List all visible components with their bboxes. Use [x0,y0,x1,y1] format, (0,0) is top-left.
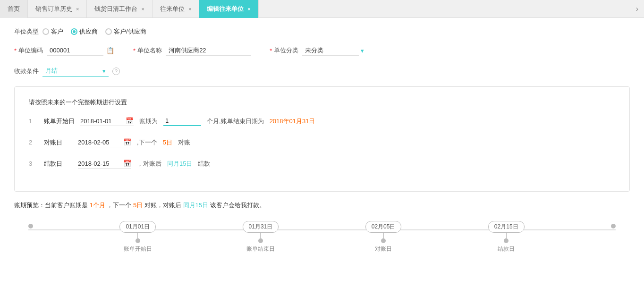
radio-both[interactable]: 客户/供应商 [105,27,146,36]
payment-condition-row: 收款条件 月结 ▾ ? [14,65,630,77]
end-dot [611,224,616,228]
radio-supplier-circle [71,28,77,35]
timeline-point-2: 01月31日 账单结束日 [243,221,279,253]
unit-name-star: * [133,47,136,54]
preview-part3: 5日 [133,202,143,209]
panel-title: 请按照未来的一个完整帐期进行设置 [29,98,615,107]
unit-code-input[interactable] [47,45,103,56]
timeline-dot-4 [504,238,508,243]
radio-supplier-label: 供应商 [79,27,98,36]
timeline-label-4: 结款日 [498,245,515,253]
step-1-desc-suffix: 个月,账单结束日期为 [207,117,264,126]
timeline-badge-2: 01月31日 [243,221,279,233]
unit-name-label: 单位名称 [137,46,162,55]
step-2-num: 2 [29,139,38,146]
tab-bar: 首页 销售订单历史 × 钱货日清工作台 × 往来单位 × 编辑往来单位 × › [0,0,644,18]
unit-code-group: * 单位编码 📋 [14,45,114,56]
step-2-label: 对账日 [44,138,72,147]
start-date-calendar-icon[interactable]: 📅 [126,117,134,125]
timeline-badge-4: 02月15日 [488,221,525,233]
radio-supplier[interactable]: 供应商 [71,27,98,36]
timeline-end-dot-wrap [611,221,616,228]
step-3-highlight: 同月15日 [167,160,192,168]
period-input[interactable] [163,116,201,126]
timeline-tick-2 [260,233,261,238]
timeline-dot-3 [381,238,386,243]
timeline-tick-3 [383,233,384,238]
reconcile-date-calendar-icon[interactable]: 📅 [123,138,131,146]
timeline-point-1: 01月01日 账单开始日 [119,221,156,253]
tab-edit-partner[interactable]: 编辑往来单位 × [199,0,258,18]
timeline-label-3: 对账日 [375,245,392,253]
close-cash-work-icon[interactable]: × [141,6,144,12]
timeline-point-4: 02月15日 结款日 [488,221,525,253]
radio-both-circle [105,28,112,35]
settings-panel: 请按照未来的一个完整帐期进行设置 1 账单开始日 📅 账期为 个月,账单结束日期… [14,86,630,192]
close-partner-icon[interactable]: × [188,6,191,12]
radio-customer-label: 客户 [51,27,63,36]
step-1-label: 账单开始日 [44,117,75,126]
unit-details-row: * 单位编码 📋 * 单位名称 * 单位分类 ▾ [14,45,630,56]
reconcile-date-input[interactable] [78,139,120,146]
payment-condition-select[interactable]: 月结 ▾ [42,65,109,77]
start-date-wrap: 📅 [80,116,134,126]
main-content: 单位类型 客户 供应商 客户/供应商 * 单位编码 📋 * 单位名称 [0,18,644,287]
unit-category-group: * 单位分类 ▾ [270,45,364,56]
preview-part6: 该客户会给我打款。 [210,202,265,209]
unit-name-input[interactable] [166,45,251,56]
timeline-label-2: 账单结束日 [246,245,275,253]
payment-date-wrap: 📅 [78,159,131,169]
timeline-badge-1: 01月01日 [119,221,156,233]
unit-category-input[interactable] [302,45,359,56]
preview-section: 账期预览：当前客户账期是 1个月 ，下一个 5日 对账，对账后 同月15日 该客… [14,201,630,210]
timeline-dot-1 [136,238,140,243]
radio-both-label: 客户/供应商 [114,27,146,36]
start-date-input[interactable] [80,118,123,125]
radio-group-unit-type: 客户 供应商 客户/供应商 [42,27,146,36]
preview-part5: 同月15日 [183,202,208,209]
step-3-desc-prefix: ，对账后 [137,160,161,168]
tab-partner[interactable]: 往来单位 × [153,0,199,18]
step-2-highlight: 5日 [163,138,172,147]
timeline-point-3: 02月05日 对账日 [365,221,402,253]
timeline-points: 01月01日 账单开始日 01月31日 账单结束日 02月05日 对账日 02月… [28,221,616,253]
question-icon[interactable]: ? [112,68,120,75]
timeline-dot-2 [258,238,263,243]
setting-row-2: 2 对账日 📅 ,下一个 5日 对账 [29,137,615,147]
step-1-end-date: 2018年01月31日 [270,117,315,126]
unit-category-dropdown-icon[interactable]: ▾ [361,47,364,54]
setting-row-3: 3 结款日 📅 ，对账后 同月15日 结款 [29,159,615,169]
payment-condition-label: 收款条件 [14,67,39,76]
close-sales-history-icon[interactable]: × [76,6,79,12]
timeline-badge-3: 02月05日 [365,221,402,233]
timeline-container: 01月01日 账单开始日 01月31日 账单结束日 02月05日 对账日 02月… [14,221,630,253]
reconcile-date-wrap: 📅 [78,137,131,147]
tab-more-icon[interactable]: › [630,5,644,13]
timeline-start-dot [28,221,33,228]
close-edit-partner-icon[interactable]: × [247,6,250,12]
unit-type-row: 单位类型 客户 供应商 客户/供应商 [14,27,630,36]
radio-customer[interactable]: 客户 [42,27,63,36]
payment-condition-value: 月结 [45,67,101,75]
step-2-desc-suffix: 对账 [178,138,190,147]
tab-home[interactable]: 首页 [0,0,28,18]
tab-cash-work[interactable]: 钱货日清工作台 × [87,0,152,18]
preview-part4: 对账，对账后 [144,202,181,209]
step-1-num: 1 [29,118,38,125]
step-1-desc-prefix: 账期为 [139,117,158,126]
unit-name-group: * 单位名称 [133,45,251,56]
payment-date-calendar-icon[interactable]: 📅 [123,160,131,167]
step-3-desc-suffix: 结款 [198,160,210,168]
tab-sales-history[interactable]: 销售订单历史 × [28,0,87,18]
unit-category-star: * [270,47,272,54]
unit-type-label: 单位类型 [14,27,39,36]
radio-customer-circle [42,28,49,35]
step-3-num: 3 [29,160,38,167]
step-3-label: 结款日 [44,160,72,168]
unit-category-label: 单位分类 [274,46,298,55]
unit-code-label: 单位编码 [18,46,43,55]
payment-date-input[interactable] [78,160,120,167]
preview-part2: ，下一个 [107,202,131,209]
unit-code-calendar-icon[interactable]: 📋 [106,47,114,54]
condition-dropdown-icon: ▾ [102,68,106,75]
